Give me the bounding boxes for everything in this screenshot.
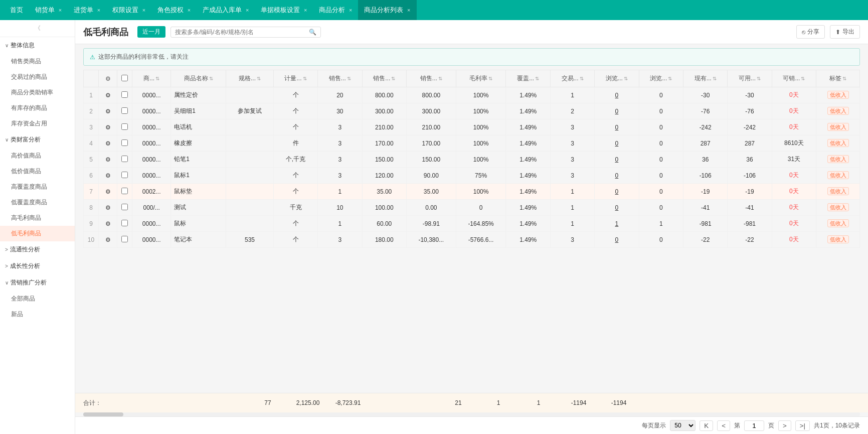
row-browse1[interactable]: 1 (595, 216, 639, 232)
row-browse1[interactable]: 0 (595, 135, 639, 152)
row-browse1[interactable]: 0 (595, 184, 639, 200)
row-settings-icon[interactable]: ⚙ (99, 216, 117, 232)
sidebar-item-all-goods[interactable]: 全部商品 (0, 291, 75, 307)
nav-product-entry-close[interactable]: × (246, 7, 249, 13)
col-sales-price[interactable]: 销售...⇅ (362, 70, 406, 87)
row-checkbox[interactable] (117, 216, 132, 232)
sidebar-item-low-coverage[interactable]: 低覆盖度商品 (0, 195, 75, 210)
col-browse1[interactable]: 浏览...⇅ (595, 70, 639, 87)
row-checkbox[interactable] (117, 232, 132, 248)
sidebar-item-stocked-goods[interactable]: 有库存的商品 (0, 100, 75, 116)
search-input[interactable] (175, 29, 309, 36)
nav-home[interactable]: 首页 (4, 0, 29, 20)
sidebar-item-category-rate[interactable]: 商品分类助销率 (0, 85, 75, 100)
search-icon[interactable]: 🔍 (309, 29, 316, 36)
prev-page-btn[interactable]: < (717, 420, 730, 431)
nav-permissions[interactable]: 权限设置 × (106, 0, 151, 20)
col-sales-qty[interactable]: 销售...⇅ (318, 70, 362, 87)
row-settings-icon[interactable]: ⚙ (99, 87, 117, 103)
share-button[interactable]: ⎋ 分享 (796, 25, 825, 39)
nav-goods-analysis-list[interactable]: 商品分析列表 × (358, 0, 416, 20)
select-all-checkbox[interactable] (121, 75, 128, 81)
nav-goods-analysis-close[interactable]: × (349, 7, 352, 13)
next-page-btn[interactable]: > (778, 420, 791, 431)
col-code[interactable]: 商...⇅ (132, 70, 171, 87)
nav-goods-analysis[interactable]: 商品分析 × (313, 0, 358, 20)
first-page-btn[interactable]: K (700, 420, 713, 431)
nav-sales-close[interactable]: × (59, 7, 62, 13)
col-available[interactable]: 可用...⇅ (728, 70, 772, 87)
col-transaction[interactable]: 交易...⇅ (550, 70, 594, 87)
sidebar-group-marketing-title[interactable]: ∨ 营销推广分析 (0, 274, 75, 291)
row-browse1[interactable]: 0 (595, 168, 639, 184)
row-settings-icon[interactable]: ⚙ (99, 200, 117, 216)
row-settings-icon[interactable]: ⚙ (99, 119, 117, 135)
row-browse1[interactable]: 0 (595, 103, 639, 119)
horizontal-scrollbar[interactable] (83, 412, 860, 416)
row-checkbox[interactable] (117, 168, 132, 184)
row-browse1[interactable]: 0 (595, 87, 639, 103)
col-saleable[interactable]: 可销...⇅ (772, 70, 816, 87)
col-spec[interactable]: 规格...⇅ (226, 70, 274, 87)
sidebar-collapse-btn[interactable]: 《 (0, 20, 75, 37)
sidebar-group-flow-title[interactable]: > 流通性分析 (0, 241, 75, 258)
row-browse1[interactable]: 0 (595, 200, 639, 216)
sidebar-item-low-margin[interactable]: 低毛利商品 (0, 226, 75, 241)
col-unit[interactable]: 计量...⇅ (273, 70, 317, 87)
row-checkbox[interactable] (117, 152, 132, 168)
col-coverage[interactable]: 覆盖...⇅ (506, 70, 550, 87)
export-button[interactable]: ⬆ 导出 (830, 25, 860, 39)
sidebar-item-high-coverage[interactable]: 高覆盖度商品 (0, 179, 75, 195)
sidebar-item-sales-goods[interactable]: 销售类商品 (0, 54, 75, 69)
col-current-stock[interactable]: 现有...⇅ (683, 70, 727, 87)
nav-template-settings[interactable]: 单据模板设置 × (255, 0, 313, 20)
page-label: 第 (734, 421, 740, 430)
col-browse2[interactable]: 浏览...⇅ (639, 70, 683, 87)
sidebar-item-new-goods[interactable]: 新品 (0, 307, 75, 322)
row-checkbox[interactable] (117, 135, 132, 152)
row-checkbox[interactable] (117, 119, 132, 135)
nav-sales[interactable]: 销货单 × (29, 0, 68, 20)
nav-goods-list-close[interactable]: × (407, 7, 410, 13)
col-checkbox[interactable] (117, 70, 132, 87)
table-container[interactable]: ⚙ 商...⇅ 商品名称⇅ 规格...⇅ 计量...⇅ 销售...⇅ 销售...… (75, 70, 868, 393)
scroll-thumb[interactable] (83, 412, 123, 416)
nav-purchase[interactable]: 进货单 × (68, 0, 106, 20)
nav-product-entry[interactable]: 产成品入库单 × (197, 0, 255, 20)
nav-role-auth[interactable]: 角色授权 × (151, 0, 197, 20)
nav-role-auth-close[interactable]: × (188, 7, 191, 13)
row-settings-icon[interactable]: ⚙ (99, 184, 117, 200)
col-name[interactable]: 商品名称⇅ (171, 70, 226, 87)
row-browse1[interactable]: 0 (595, 232, 639, 248)
sidebar-item-traded-goods[interactable]: 交易过的商品 (0, 69, 75, 85)
nav-purchase-close[interactable]: × (97, 7, 100, 13)
sidebar-item-stock-capital[interactable]: 库存资金占用 (0, 116, 75, 131)
sidebar-item-high-margin[interactable]: 高毛利商品 (0, 210, 75, 226)
row-browse1[interactable]: 0 (595, 152, 639, 168)
row-checkbox[interactable] (117, 184, 132, 200)
col-sales-amount[interactable]: 销售...⇅ (406, 70, 456, 87)
filter-recent-month-btn[interactable]: 近一月 (137, 26, 165, 38)
page-number-input[interactable] (744, 420, 764, 431)
col-gross-rate[interactable]: 毛利率⇅ (456, 70, 506, 87)
nav-permissions-close[interactable]: × (142, 7, 145, 13)
sidebar-group-overall-title[interactable]: ∨ 整体信息 (0, 37, 75, 54)
row-checkbox[interactable] (117, 200, 132, 216)
row-browse1[interactable]: 0 (595, 119, 639, 135)
row-settings-icon[interactable]: ⚙ (99, 168, 117, 184)
last-page-btn[interactable]: >| (795, 420, 810, 431)
page-size-select[interactable]: 50 100 200 (670, 420, 696, 431)
row-settings-icon[interactable]: ⚙ (99, 135, 117, 152)
row-checkbox[interactable] (117, 87, 132, 103)
row-settings-icon[interactable]: ⚙ (99, 103, 117, 119)
row-checkbox[interactable] (117, 103, 132, 119)
sidebar-group-wealth-title[interactable]: ∨ 类财富分析 (0, 131, 75, 148)
col-tag[interactable]: 标签⇅ (816, 70, 860, 87)
row-settings-icon[interactable]: ⚙ (99, 152, 117, 168)
sidebar-item-high-value[interactable]: 高价值商品 (0, 148, 75, 164)
sidebar-group-growth-title[interactable]: > 成长性分析 (0, 258, 75, 274)
nav-template-close[interactable]: × (304, 7, 307, 13)
row-settings-icon[interactable]: ⚙ (99, 232, 117, 248)
sidebar-item-low-value[interactable]: 低价值商品 (0, 164, 75, 179)
col-settings[interactable]: ⚙ (99, 70, 117, 87)
